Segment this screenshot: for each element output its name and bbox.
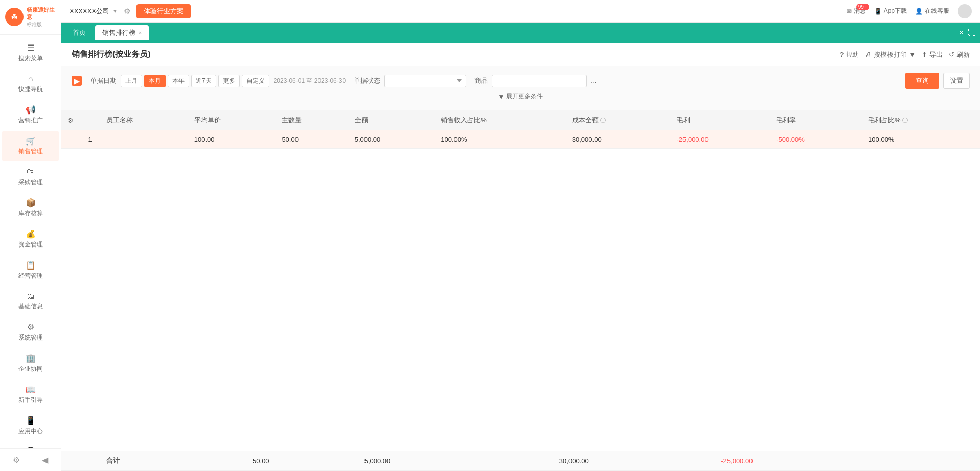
sidebar-item-quick-nav[interactable]: ⌂ 快捷导航 bbox=[2, 69, 59, 99]
sidebar-item-label-operation: 经营管理 bbox=[18, 272, 43, 280]
sidebar-bottom: ⚙ ◀ bbox=[0, 448, 61, 471]
sidebar-collapse-button[interactable]: ◀ bbox=[40, 453, 50, 467]
page-header: 销售排行榜(按业务员) ? 帮助 🖨 按模板打印 ▼ ⬆ 导出 ↺ 刷新 bbox=[61, 43, 980, 66]
online-service-button[interactable]: 👤 在线客服 bbox=[915, 7, 949, 15]
row-main-qty-cell: 50.00 bbox=[276, 130, 348, 149]
filter-collapse-button[interactable]: ▶ bbox=[72, 76, 82, 86]
sidebar-item-enterprise[interactable]: 🏢 企业协同 bbox=[2, 348, 59, 378]
purchase-icon: 🛍 bbox=[27, 167, 35, 176]
col-header-cost-amount: 成本全额 ⓘ bbox=[566, 110, 671, 130]
date-last7-button[interactable]: 近7天 bbox=[191, 75, 216, 87]
message-badge: 99+ bbox=[856, 4, 869, 10]
tab-minimize-button[interactable]: × bbox=[959, 28, 964, 37]
cost-amount-help-icon[interactable]: ⓘ bbox=[600, 117, 606, 123]
refresh-icon: ↺ bbox=[949, 51, 954, 58]
template-print-button[interactable]: 🖨 按模板打印 ▼ bbox=[865, 50, 916, 59]
expand-label: 展开更多条件 bbox=[506, 92, 543, 101]
help-icon: ? bbox=[840, 51, 844, 58]
filter-action-group: 查询 设置 bbox=[905, 73, 970, 89]
trial-button[interactable]: 体验行业方案 bbox=[136, 4, 191, 18]
sidebar-item-marketing[interactable]: 📢 营销推广 bbox=[2, 100, 59, 130]
expand-conditions-button[interactable]: ▼ 展开更多条件 bbox=[498, 92, 543, 101]
page-content: 销售排行榜(按业务员) ? 帮助 🖨 按模板打印 ▼ ⬆ 导出 ↺ 刷新 bbox=[61, 43, 980, 471]
setting-button[interactable]: 设置 bbox=[943, 73, 970, 89]
refresh-button[interactable]: ↺ 刷新 bbox=[949, 50, 970, 59]
sidebar-item-finance[interactable]: 💰 资金管理 bbox=[2, 224, 59, 254]
date-more-button[interactable]: 更多 bbox=[218, 75, 240, 87]
operation-icon: 📋 bbox=[26, 260, 36, 270]
sidebar-item-system[interactable]: ⚙ 系统管理 bbox=[2, 317, 59, 347]
print-icon: 🖨 bbox=[865, 51, 872, 58]
help-button[interactable]: ? 帮助 bbox=[840, 50, 859, 59]
date-last-month-button[interactable]: 上月 bbox=[121, 75, 142, 87]
col-header-settings[interactable]: ⚙ bbox=[61, 110, 80, 130]
row-amount-cell: 5,000.00 bbox=[349, 130, 435, 149]
finance-icon: 💰 bbox=[26, 229, 36, 239]
export-icon: ⬆ bbox=[922, 51, 927, 58]
export-button[interactable]: ⬆ 导出 bbox=[922, 50, 943, 59]
message-button[interactable]: ✉ 消息 99+ bbox=[847, 7, 866, 15]
gross-ratio-help-icon[interactable]: ⓘ bbox=[902, 117, 908, 123]
table-row: 1 100.00 50.00 5,000.00 100.00% 30,000.0… bbox=[61, 130, 980, 149]
sidebar-item-app-center[interactable]: 📱 应用中心 bbox=[2, 411, 59, 441]
footer-gross-ratio bbox=[932, 451, 980, 471]
query-button[interactable]: 查询 bbox=[905, 73, 939, 89]
goods-filter-more[interactable]: ... bbox=[591, 77, 596, 84]
footer-spacer-rank bbox=[80, 451, 100, 471]
sidebar-item-label-enterprise: 企业协同 bbox=[18, 365, 43, 373]
col-header-rank bbox=[80, 110, 100, 130]
company-settings-icon[interactable]: ⚙ bbox=[124, 7, 130, 16]
goods-filter-item: 商品 ... bbox=[474, 75, 596, 87]
company-selector[interactable]: XXXXXX公司 ▼ bbox=[70, 7, 118, 16]
sidebar-item-wechat[interactable]: 💬 企业微信 bbox=[2, 442, 59, 448]
search-menu-icon: ☰ bbox=[27, 43, 34, 53]
tab-home[interactable]: 首页 bbox=[65, 25, 93, 40]
company-dropdown-arrow: ▼ bbox=[112, 8, 118, 14]
status-filter-item: 单据状态 bbox=[354, 75, 466, 87]
footer-row: 合计 50.00 5,000.00 30,000.00 -25,000.00 bbox=[61, 451, 980, 471]
app-download-label: App下载 bbox=[884, 7, 907, 15]
status-filter-select[interactable] bbox=[384, 75, 466, 87]
app-logo-icon: ☘ bbox=[5, 8, 24, 26]
app-logo-subtitle: 标准版 bbox=[27, 21, 56, 28]
date-custom-button[interactable]: 自定义 bbox=[242, 75, 269, 87]
footer-gross-margin bbox=[885, 451, 932, 471]
date-this-year-button[interactable]: 本年 bbox=[168, 75, 189, 87]
goods-filter-label: 商品 bbox=[474, 76, 488, 85]
footer-table: 合计 50.00 5,000.00 30,000.00 -25,000.00 bbox=[61, 451, 980, 471]
table-area: ⚙ 员工名称 平均单价 主数量 全额 销售收入占比% 成本全额 ⓘ 毛利 毛利率 bbox=[61, 110, 980, 451]
sidebar-item-search[interactable]: ☰ 搜索菜单 bbox=[2, 38, 59, 68]
print-dropdown-icon: ▼ bbox=[909, 51, 916, 58]
sidebar-item-operation[interactable]: 📋 经营管理 bbox=[2, 255, 59, 285]
sidebar-item-purchase[interactable]: 🛍 采购管理 bbox=[2, 162, 59, 192]
tab-close-icon[interactable]: × bbox=[139, 30, 142, 36]
sidebar-logo-text-group: 畅康通好生意 标准版 bbox=[27, 6, 56, 28]
sidebar-item-basic-info[interactable]: 🗂 基础信息 bbox=[2, 286, 59, 316]
footer-main-qty: 50.00 bbox=[246, 451, 358, 471]
sidebar-item-inventory[interactable]: 📦 库存核算 bbox=[2, 193, 59, 223]
tab-maximize-button[interactable]: ⛶ bbox=[968, 28, 976, 37]
row-gross-profit-cell: -25,000.00 bbox=[671, 130, 770, 149]
sidebar-item-label-inventory: 库存核算 bbox=[18, 209, 43, 218]
footer-avg-price bbox=[199, 451, 246, 471]
app-download-button[interactable]: 📱 App下载 bbox=[874, 7, 907, 15]
sidebar-item-guide[interactable]: 📖 新手引导 bbox=[2, 379, 59, 410]
sidebar-item-label-purchase: 采购管理 bbox=[18, 178, 43, 187]
date-range-display: 2023-06-01 至 2023-06-30 bbox=[274, 77, 346, 85]
goods-filter-input[interactable] bbox=[492, 75, 587, 87]
filter-row: ▶ 单据日期 上月 本月 本年 近7天 更多 自定义 2023-06-01 至 … bbox=[72, 73, 970, 89]
sidebar-nav: ☰ 搜索菜单 ⌂ 快捷导航 📢 营销推广 🛒 销售管理 🛍 采购管理 📦 库存核… bbox=[0, 35, 61, 448]
footer-gross-profit: -25,000.00 bbox=[715, 451, 885, 471]
col-header-gross-ratio: 毛利占比% ⓘ bbox=[862, 110, 980, 130]
sidebar-settings-button[interactable]: ⚙ bbox=[11, 453, 22, 467]
col-header-employee: 员工名称 bbox=[100, 110, 188, 130]
top-header: XXXXXX公司 ▼ ⚙ 体验行业方案 ✉ 消息 99+ 📱 App下载 👤 在… bbox=[61, 0, 980, 23]
sidebar-item-sales[interactable]: 🛒 销售管理 bbox=[2, 131, 59, 161]
date-this-month-button[interactable]: 本月 bbox=[144, 75, 166, 87]
basic-info-icon: 🗂 bbox=[27, 291, 35, 301]
tab-sales-ranking[interactable]: 销售排行榜 × bbox=[95, 25, 149, 40]
user-avatar[interactable] bbox=[958, 4, 972, 18]
enterprise-icon: 🏢 bbox=[26, 353, 36, 363]
system-icon: ⚙ bbox=[27, 322, 34, 332]
col-header-gross-profit: 毛利 bbox=[671, 110, 770, 130]
